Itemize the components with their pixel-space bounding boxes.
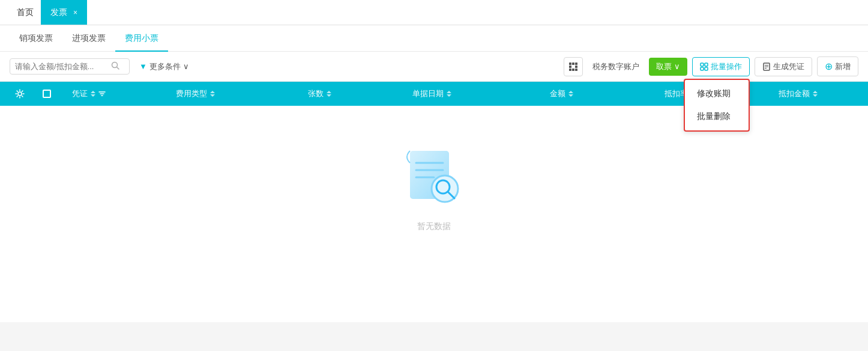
home-label: 首页 — [17, 7, 34, 18]
sub-nav-purchase-label: 进项发票 — [72, 33, 106, 44]
batch-op-label: 批量操作 — [711, 61, 742, 72]
filter-chevron-icon: ∨ — [183, 62, 189, 71]
svg-marker-15 — [327, 91, 331, 93]
th-date-label: 单据日期 — [412, 88, 444, 99]
sub-nav-sales[interactable]: 销项发票 — [10, 25, 62, 52]
gen-voucher-icon — [762, 63, 771, 71]
empty-state-icon — [398, 142, 470, 214]
svg-rect-3 — [705, 63, 708, 66]
sub-nav: 销项发票 进项发票 费用小票 — [0, 25, 868, 52]
svg-marker-13 — [210, 91, 215, 93]
settings-icon — [15, 89, 25, 99]
th-count-sort-icon — [326, 90, 332, 97]
svg-marker-16 — [327, 94, 331, 97]
qr-button[interactable] — [564, 57, 583, 76]
th-deduct[interactable]: 抵扣金额 — [733, 88, 863, 99]
th-settings[interactable] — [5, 89, 35, 99]
svg-marker-11 — [91, 91, 95, 93]
svg-marker-12 — [91, 94, 95, 97]
svg-rect-2 — [701, 63, 704, 66]
svg-marker-20 — [568, 94, 573, 97]
add-button[interactable]: ⊕ 新增 — [817, 56, 858, 76]
sub-nav-purchase[interactable]: 进项发票 — [62, 25, 115, 52]
invoice-tab[interactable]: 发票 × — [41, 0, 87, 25]
th-deduct-label: 抵扣金额 — [779, 88, 810, 99]
th-count-label: 张数 — [308, 88, 324, 99]
batch-op-dropdown: 修改账期 批量删除 — [684, 79, 750, 132]
svg-line-1 — [117, 67, 119, 70]
take-ticket-chevron-icon: ∨ — [674, 62, 680, 71]
toolbar-left: ▼ 更多条件 ∨ — [10, 58, 194, 75]
th-voucher-label: 凭证 — [72, 88, 88, 99]
batch-delete-item[interactable]: 批量删除 — [685, 105, 749, 128]
th-expense-type-label: 费用类型 — [176, 88, 207, 99]
th-amount-sort-icon — [568, 90, 574, 97]
filter-label: 更多条件 — [149, 61, 181, 72]
th-amount-label: 金额 — [550, 88, 565, 99]
th-expense-sort-icon — [209, 90, 215, 97]
toolbar: ▼ 更多条件 ∨ 税务数字账户 取票 ∨ 批量操作 修改账期 批量删除 — [0, 52, 868, 82]
svg-marker-18 — [447, 94, 451, 97]
svg-rect-4 — [701, 67, 704, 70]
svg-marker-17 — [447, 91, 451, 93]
gen-voucher-button[interactable]: 生成凭证 — [755, 57, 812, 76]
home-tab[interactable]: 首页 — [10, 0, 41, 25]
th-count[interactable]: 张数 — [273, 88, 367, 99]
sub-nav-expense[interactable]: 费用小票 — [115, 25, 168, 52]
th-voucher-sort-icon — [90, 90, 96, 97]
add-icon: ⊕ — [825, 61, 833, 72]
batch-delete-label: 批量删除 — [697, 111, 731, 121]
batch-op-button[interactable]: 批量操作 — [692, 57, 750, 76]
th-deduct-sort-icon — [812, 90, 818, 97]
qr-icon — [569, 63, 577, 71]
modify-period-label: 修改账期 — [697, 88, 731, 98]
th-amount[interactable]: 金额 — [497, 88, 627, 99]
take-ticket-button[interactable]: 取票 ∨ — [649, 58, 687, 76]
batch-op-wrap: 批量操作 修改账期 批量删除 — [692, 57, 750, 76]
invoice-tab-label: 发票 — [50, 7, 67, 18]
svg-point-10 — [18, 92, 22, 96]
empty-state-text: 暂无数据 — [417, 221, 451, 232]
invoice-tab-close[interactable]: × — [73, 8, 77, 17]
svg-marker-24 — [813, 94, 818, 97]
svg-marker-14 — [210, 94, 215, 97]
tax-account-label: 税务数字账户 — [592, 62, 639, 71]
svg-marker-19 — [568, 91, 573, 93]
svg-marker-23 — [813, 91, 818, 93]
take-ticket-label: 取票 — [656, 61, 672, 72]
gen-voucher-label: 生成凭证 — [773, 61, 804, 72]
th-date[interactable]: 单据日期 — [367, 88, 497, 99]
sub-nav-expense-label: 费用小票 — [125, 33, 158, 44]
th-expense-type[interactable]: 费用类型 — [119, 88, 273, 99]
batch-op-icon — [700, 63, 708, 71]
search-icon[interactable] — [111, 61, 119, 72]
modify-period-item[interactable]: 修改账期 — [685, 82, 749, 105]
search-wrap — [10, 58, 130, 75]
th-voucher-filter-icon[interactable] — [98, 90, 106, 97]
filter-icon: ▼ — [139, 62, 147, 71]
filter-button[interactable]: ▼ 更多条件 ∨ — [134, 59, 194, 75]
header-checkbox[interactable] — [43, 90, 51, 98]
top-nav: 首页 发票 × — [0, 0, 868, 25]
svg-rect-5 — [705, 67, 708, 70]
th-checkbox[interactable] — [35, 90, 59, 98]
th-date-sort-icon — [446, 90, 452, 97]
add-label: 新增 — [835, 61, 851, 72]
tax-account-button[interactable]: 税务数字账户 — [588, 59, 644, 75]
th-voucher[interactable]: 凭证 — [59, 88, 119, 99]
sub-nav-sales-label: 销项发票 — [19, 33, 53, 44]
search-input[interactable] — [15, 62, 111, 71]
